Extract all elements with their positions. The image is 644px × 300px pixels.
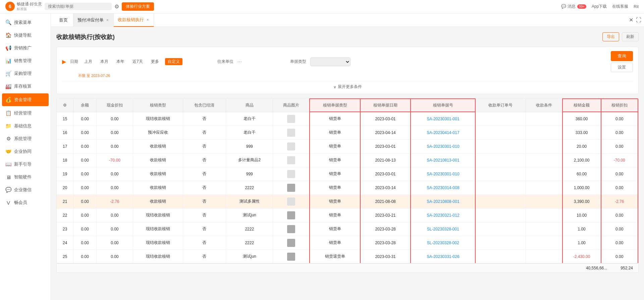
member-icon: V [5,200,11,206]
cell-receipt-condition [526,153,562,167]
top-bar: 6 畅捷通·好生意 标准版 ⚙ 体验行业方案 💬 消息 99+ App下载 在线… [0,0,644,13]
filter-settings-button[interactable]: 设置 [611,62,633,72]
cell-verify-bill-no[interactable]: SA-20230301-001 [411,112,475,126]
cell-id: 24 [57,236,73,250]
sidebar-item-purchase[interactable]: 🛒 采购管理 [0,67,51,80]
cell-verify-type: 现结收款核销 [133,112,183,126]
cell-balance: 0.00 [73,126,97,139]
filter-more-date[interactable]: 更多 [149,58,161,65]
sidebar-item-collab[interactable]: 🤝 企业协同 [0,145,51,158]
product-image [287,253,295,261]
cell-cash-discount: 0.00 [97,139,133,153]
refresh-button[interactable]: 刷新 [622,32,639,41]
search-icon: 🔍 [5,19,11,26]
cell-verify-bill-no[interactable]: SL-20230328-001 [411,222,475,236]
tab-actions: ✕ ⛶ [629,17,641,23]
user-name[interactable]: Rit [634,4,639,9]
verify-bill-no-link[interactable]: SA-20210808-001 [427,199,459,204]
verify-bill-no-link[interactable]: SL-20230328-001 [427,227,459,231]
sidebar-item-wechat[interactable]: 💬 企业微信 [0,183,51,196]
sidebar-item-hardware[interactable]: 🖥 智能硬件 [0,171,51,183]
expand-icon[interactable]: ▶ [62,58,66,65]
tab-receipt[interactable]: 收款核销执行 × [114,13,154,27]
cell-product-image [273,181,310,195]
top-search-input[interactable] [45,3,112,10]
sidebar-item-guide[interactable]: 📖 新手引导 [0,158,51,171]
cell-verify-bill-no[interactable]: SL-20230328-002 [411,236,475,250]
tab-close-window-button[interactable]: ✕ [629,17,633,23]
cell-product-image [273,250,310,263]
sidebar-item-base[interactable]: 📁 基础信息 [0,120,51,132]
data-table: ⚙ 余额 现金折扣 核销类型 包含已结清 商品 商品图片 核销单据类型 核销单据… [57,98,638,263]
cell-verify-bill-no[interactable]: SA-20210808-001 [411,195,475,208]
col-header-verify-amount: 核销金额 [562,99,601,112]
cell-id: 16 [57,126,73,139]
filter-this-month[interactable]: 本月 [98,58,110,65]
cell-verify-bill-no[interactable]: SA-20210813-001 [411,153,475,167]
tab-expand-button[interactable]: ⛶ [636,17,641,23]
sidebar-item-inventory[interactable]: 🏭 库存核算 [0,80,51,93]
filter-last-month[interactable]: 上月 [82,58,94,65]
sidebar-item-sales[interactable]: 📊 销售管理 [0,54,51,67]
cell-receipt-condition [526,195,562,208]
table-row: 19 0.00 0.00 收款核销 否 999 销货单 2023-03-01 S… [57,167,638,181]
tab-home[interactable]: 首页 [54,13,73,27]
sidebar-item-finance[interactable]: 💰 资金管理 [2,93,49,106]
cell-verify-bill-no[interactable]: SA-20230331-026 [411,250,475,263]
table-row: 22 0.00 0.00 现结收款核销 否 测试jun 销货单 2023-03-… [57,208,638,222]
settings-icon[interactable]: ⚙ [114,3,119,10]
cell-product: 2222 [226,236,273,250]
verify-bill-no-link[interactable]: SA-20230331-026 [427,254,459,259]
verify-bill-no-link[interactable]: SA-20230321-012 [427,213,459,218]
verify-bill-no-link[interactable]: SA-20230314-008 [427,185,459,190]
cell-receipt-condition [526,250,562,263]
tab-receipt-close[interactable]: × [146,17,150,23]
cell-verify-bill-no[interactable]: SA-20230301-010 [411,167,475,181]
sidebar-item-nav[interactable]: 🏠 快捷导航 [0,29,51,42]
verify-bill-no-link[interactable]: SA-20230301-010 [427,144,459,149]
cell-verify-amount: -2,430.00 [562,250,601,263]
verify-bill-no-link[interactable]: SA-20230414-017 [427,130,459,135]
top-bar-right: 💬 消息 99+ App下载 在线客服 Rit [561,4,639,9]
bill-type-select[interactable] [310,57,351,66]
cell-verify-bill-no[interactable]: SA-20230314-008 [411,181,475,195]
cell-verify-bill-type: 销货单 [310,112,360,126]
query-button[interactable]: 查询 [611,51,633,61]
filter-custom-button[interactable]: 自定义 [165,58,182,65]
col-header-product-image: 商品图片 [273,99,310,112]
online-service-link[interactable]: 在线客服 [612,4,628,9]
base-icon: 📁 [5,123,11,129]
partner-input[interactable]: ··· [237,59,242,65]
expand-more-conditions[interactable]: ∨ 展开更多条件 [62,81,633,90]
filter-7days[interactable]: 近7天 [130,58,145,65]
filter-this-year[interactable]: 本年 [114,58,126,65]
table-wrapper[interactable]: ⚙ 余额 现金折扣 核销类型 包含已结清 商品 商品图片 核销单据类型 核销单据… [57,98,638,263]
cell-verify-type: 现结收款核销 [133,222,183,236]
cell-cash-discount: 0.00 [97,167,133,181]
cell-balance: 0.00 [73,112,97,126]
cell-verify-bill-type: 销货单 [310,208,360,222]
cell-balance: 0.00 [73,195,97,208]
sidebar-item-system[interactable]: ⚙ 系统管理 [0,132,51,145]
app-download-link[interactable]: App下载 [592,4,607,9]
cell-receipt-order-no [475,112,526,126]
cell-verify-bill-no[interactable]: SA-20230301-010 [411,139,475,153]
cell-verify-bill-no[interactable]: SA-20230414-017 [411,126,475,139]
verify-bill-no-link[interactable]: SA-20230301-001 [427,117,459,121]
tab-prepay[interactable]: 预付冲应付单 × [73,13,114,27]
finance-icon: 💰 [5,97,11,103]
message-item[interactable]: 💬 消息 99+ [561,4,586,9]
tab-prepay-close[interactable]: × [106,17,109,23]
sidebar-item-operations[interactable]: 📋 经营管理 [0,107,51,120]
verify-bill-no-link[interactable]: SL-20230328-002 [427,241,459,245]
marketing-icon: 📢 [5,45,11,51]
sidebar-item-search[interactable]: 🔍 搜索菜单 [0,16,51,29]
sidebar-item-member[interactable]: V 畅会员 [0,196,51,209]
sidebar-item-marketing[interactable]: 📢 营销推广 [0,42,51,54]
table-header-row: ⚙ 余额 现金折扣 核销类型 包含已结清 商品 商品图片 核销单据类型 核销单据… [57,99,638,112]
industry-solution-button[interactable]: 体验行业方案 [122,2,154,11]
verify-bill-no-link[interactable]: SA-20210813-001 [427,158,459,163]
export-button[interactable]: 导出 [602,32,619,41]
verify-bill-no-link[interactable]: SA-20230301-010 [427,172,459,176]
cell-verify-bill-no[interactable]: SA-20230321-012 [411,208,475,222]
